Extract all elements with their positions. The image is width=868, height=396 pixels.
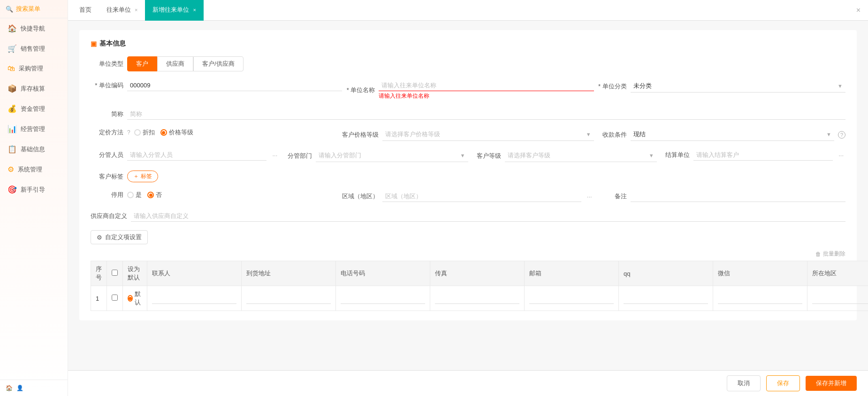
radio-price-level-circle xyxy=(160,129,167,136)
tab-contacts-close[interactable]: × xyxy=(135,7,137,13)
short-name-input[interactable] xyxy=(127,109,845,120)
sidebar-search[interactable]: 🔍 搜索菜单 xyxy=(0,0,68,18)
cell-default: 默认 xyxy=(123,286,147,311)
batch-delete-label[interactable]: 批量删除 xyxy=(823,250,845,258)
cell-email[interactable] xyxy=(525,286,619,311)
sales-icon: 🛒 xyxy=(8,44,17,53)
tabbar-close-btn[interactable]: × xyxy=(853,6,864,15)
default-radio-circle[interactable] xyxy=(128,295,133,302)
disable-field: 停用 是 否 xyxy=(91,191,342,199)
disable-no[interactable]: 否 xyxy=(147,191,162,199)
unit-type-btn-group: 客户 供应商 客户/供应商 xyxy=(127,56,244,71)
type-btn-supplier[interactable]: 供应商 xyxy=(157,56,193,71)
sidebar-item-sales[interactable]: 🛒 销售管理 xyxy=(0,39,68,59)
payment-terms-select[interactable]: 现结 ▼ xyxy=(631,128,834,141)
sidebar-bottom: 🏠 👤 xyxy=(0,380,68,396)
remark-field: 备注 xyxy=(594,191,845,202)
cell-phone[interactable] xyxy=(336,286,430,311)
save-button[interactable]: 保存 xyxy=(766,375,800,391)
unit-category-select[interactable]: 未分类 ▼ xyxy=(631,80,845,93)
search-icon: 🔍 xyxy=(6,6,13,13)
cell-region[interactable] xyxy=(807,286,868,311)
settlement-unit-label: 结算单位 xyxy=(657,151,690,159)
contact-input[interactable] xyxy=(152,293,236,304)
quick-nav-icon: 🏠 xyxy=(8,24,17,33)
cell-wechat[interactable] xyxy=(713,286,807,311)
select-all-checkbox[interactable] xyxy=(112,270,118,276)
sidebar-item-basic[interactable]: 📋 基础信息 xyxy=(0,139,68,159)
disable-yes[interactable]: 是 xyxy=(127,191,142,199)
unit-code-input[interactable] xyxy=(127,80,342,91)
unit-category-label: * 单位分类 xyxy=(594,82,627,91)
settlement-more-btn[interactable]: ··· xyxy=(837,152,845,159)
radio-discount[interactable]: 折扣 xyxy=(134,128,155,137)
sidebar-item-purchase[interactable]: 🛍 采购管理 xyxy=(0,59,68,78)
qq-input[interactable] xyxy=(624,293,708,304)
remark-input[interactable] xyxy=(631,191,845,202)
department-select[interactable]: 请输入分管部门 ▼ xyxy=(316,149,468,162)
tab-new-contact-close[interactable]: × xyxy=(193,7,196,13)
save-and-new-button[interactable]: 保存并新增 xyxy=(806,376,857,391)
email-input[interactable] xyxy=(529,293,614,304)
add-tag-button[interactable]: ＋ 标签 xyxy=(127,171,158,182)
user-bottom-icon[interactable]: 👤 xyxy=(16,385,23,391)
type-btn-both[interactable]: 客户/供应商 xyxy=(193,56,244,71)
customer-price-level-select[interactable]: 请选择客户价格等级 ▼ xyxy=(382,128,594,141)
sidebar-item-operations[interactable]: 📊 经营管理 xyxy=(0,119,68,139)
chevron-down-icon3: ▼ xyxy=(826,132,831,137)
cancel-button[interactable]: 取消 xyxy=(727,375,761,391)
cell-address[interactable] xyxy=(242,286,336,311)
type-btn-customer[interactable]: 客户 xyxy=(127,56,157,71)
supplier-custom-field: 供应商自定义 xyxy=(91,210,845,222)
sidebar-item-label: 经营管理 xyxy=(21,125,45,133)
col-fax: 传真 xyxy=(430,261,525,286)
chevron-down-icon5: ▼ xyxy=(649,153,654,158)
settlement-unit-input[interactable] xyxy=(693,149,833,161)
col-email: 邮箱 xyxy=(525,261,619,286)
cell-contact[interactable] xyxy=(147,286,242,311)
cell-qq[interactable] xyxy=(619,286,713,311)
pricing-help-icon[interactable]: ? xyxy=(127,129,130,136)
radio-price-level[interactable]: 价格等级 xyxy=(160,128,193,137)
tab-new-contact-label: 新增往来单位 xyxy=(152,6,189,14)
customer-level-select[interactable]: 请选择客户等级 ▼ xyxy=(505,149,657,162)
region-input[interactable] xyxy=(382,191,581,202)
payment-terms-label: 收款条件 xyxy=(594,131,627,139)
row-checkbox[interactable] xyxy=(112,295,118,301)
table-region-input[interactable] xyxy=(812,293,868,304)
address-input[interactable] xyxy=(246,293,331,304)
custom-settings-button[interactable]: ⚙ 自定义项设置 xyxy=(91,230,148,244)
tab-new-contact[interactable]: 新增往来单位 × xyxy=(145,0,203,21)
region-more-btn[interactable]: ··· xyxy=(585,193,594,200)
wechat-input[interactable] xyxy=(718,293,802,304)
tab-contacts-label: 往来单位 xyxy=(107,6,131,14)
sidebar-item-system[interactable]: ⚙ 系统管理 xyxy=(0,159,68,179)
customer-price-level-field: 客户价格等级 请选择客户价格等级 ▼ xyxy=(342,128,594,141)
col-wechat: 微信 xyxy=(713,261,807,286)
unit-name-input[interactable] xyxy=(379,80,594,91)
sidebar-item-inventory[interactable]: 📦 库存核算 xyxy=(0,78,68,99)
fax-input[interactable] xyxy=(435,293,519,304)
sidebar-item-quick-nav[interactable]: 🏠 快捷导航 xyxy=(0,18,68,39)
sidebar-item-finance[interactable]: 💰 资金管理 xyxy=(0,99,68,119)
customer-level-label: 客户等级 xyxy=(468,152,501,160)
customer-tag-label: 客户标签 xyxy=(91,172,123,181)
system-icon: ⚙ xyxy=(8,165,14,174)
pricing-method-field: 定价方法 ? 折扣 价格等级 xyxy=(91,128,342,137)
phone-input[interactable] xyxy=(341,293,425,304)
tab-home[interactable]: 首页 xyxy=(72,0,99,21)
col-seq: 序号 xyxy=(91,261,107,286)
payment-terms-field: 收款条件 现结 ▼ ? xyxy=(594,128,845,141)
payment-help-icon[interactable]: ? xyxy=(838,131,845,139)
customer-price-level-placeholder: 请选择客户价格等级 xyxy=(385,130,440,139)
supplier-custom-input[interactable] xyxy=(131,210,845,222)
tab-contacts[interactable]: 往来单位 × xyxy=(99,0,145,21)
guide-icon: 🎯 xyxy=(8,185,17,194)
finance-icon: 💰 xyxy=(8,104,17,113)
cell-fax[interactable] xyxy=(430,286,525,311)
manager-input[interactable] xyxy=(127,149,266,161)
manager-more-btn[interactable]: ··· xyxy=(270,152,279,159)
basic-icon: 📋 xyxy=(8,145,17,154)
sidebar-item-guide[interactable]: 🎯 新手引导 xyxy=(0,179,68,200)
home-bottom-icon[interactable]: 🏠 xyxy=(6,385,13,391)
